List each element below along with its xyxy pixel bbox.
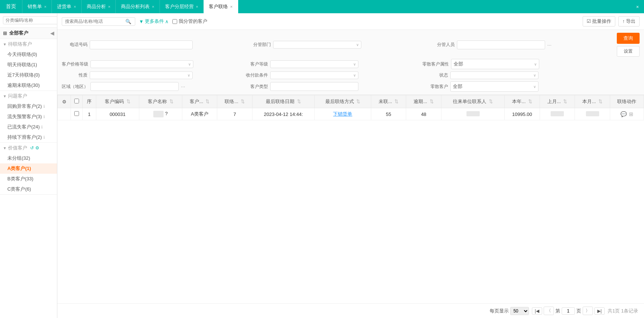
th-contact[interactable]: 联络... ⇅ bbox=[217, 95, 253, 108]
close-tab-analysis-list[interactable]: × bbox=[152, 4, 154, 9]
customer-type-input[interactable] bbox=[270, 82, 358, 91]
sidebar-group-value[interactable]: ▼ 价值客户 ↺ ⚙ bbox=[0, 143, 57, 153]
sidebar-item-repurchase-abnormal[interactable]: 回购异常客户(2) ℹ bbox=[0, 101, 57, 112]
filter-cell-price-level: 客户价格等级 ∨ bbox=[62, 60, 242, 68]
sidebar-item-class-a[interactable]: A类客户(1) bbox=[0, 163, 57, 174]
close-tab-analysis[interactable]: × bbox=[108, 4, 110, 9]
next-page-btn[interactable]: 〉 bbox=[583, 307, 593, 315]
my-customers-checkbox-label: 我分管的客户 bbox=[172, 18, 207, 25]
sidebar-item-week-pending[interactable]: 近7天待联络(0) bbox=[0, 70, 57, 80]
sidebar-item-today-pending[interactable]: 今天待联络(0) bbox=[0, 49, 57, 60]
page-input[interactable] bbox=[562, 307, 575, 315]
page-size-select[interactable]: 50 100 200 bbox=[510, 307, 529, 315]
th-index: 序 bbox=[83, 95, 96, 108]
prev-page-btn[interactable]: 〈 bbox=[544, 307, 554, 315]
sidebar-item-churn-warning[interactable]: 流失预警客户(3) ℹ bbox=[0, 112, 57, 122]
sidebar-item-churned[interactable]: 已流失客户(24) ℹ bbox=[0, 122, 57, 132]
price-level-select[interactable]: ∨ bbox=[90, 60, 193, 68]
dept-select[interactable]: ∨ bbox=[273, 41, 361, 49]
nav-tab-customer-contact[interactable]: 客户联络 × bbox=[204, 0, 238, 13]
th-this-year[interactable]: 本年... ⇅ bbox=[505, 95, 540, 108]
th-uncontacted[interactable]: 未联... ⇅ bbox=[371, 95, 406, 108]
nav-tab-analysis-list[interactable]: 商品分析列表 × bbox=[116, 0, 160, 13]
retail-attr-select[interactable]: 全部 ∨ bbox=[451, 59, 539, 69]
settings-button[interactable]: 设置 bbox=[617, 46, 640, 57]
th-code[interactable]: 客户编码 ⇅ bbox=[96, 95, 139, 108]
region-dots-btn[interactable]: ··· bbox=[181, 84, 185, 89]
settings-icon[interactable]: ⚙ bbox=[35, 145, 39, 151]
sidebar-item-tomorrow-pending[interactable]: 明天待联络(1) bbox=[0, 60, 57, 70]
filter-row-3: 性质 ∨ 收付款条件 ∨ 状态 bbox=[62, 71, 640, 79]
query-button[interactable]: 查询 bbox=[617, 33, 640, 44]
th-last-method[interactable]: 最后联络方式 ⇅ bbox=[314, 95, 371, 108]
close-all-tabs[interactable]: × bbox=[631, 4, 644, 10]
row-checkbox[interactable] bbox=[74, 111, 79, 116]
more-filters-btn[interactable]: ▼ 更多条件 ∧ bbox=[139, 18, 169, 25]
close-tab-sales[interactable]: × bbox=[44, 4, 46, 9]
table-area: ⚙ 序 客户编码 ⇅ 客户名称 ⇅ bbox=[57, 95, 644, 303]
close-tab-customer-contact[interactable]: × bbox=[230, 4, 232, 9]
manager-dots-btn[interactable]: ··· bbox=[547, 42, 552, 48]
first-page-btn[interactable]: |◀ bbox=[532, 307, 542, 315]
filter-cell-customer-level: 客户等级 ∨ bbox=[242, 60, 423, 68]
sidebar-group-problem[interactable]: ▼ 问题客户 bbox=[0, 91, 57, 101]
th-actions: 联络动作 bbox=[610, 95, 644, 108]
sidebar-group-pending[interactable]: ▼ 待联络客户 bbox=[0, 39, 57, 49]
sort-icon-this-month: ⇅ bbox=[598, 99, 602, 104]
sidebar-search-input[interactable] bbox=[3, 16, 57, 24]
sidebar-item-overdue[interactable]: 逾期未联络(30) bbox=[0, 80, 57, 91]
my-customers-checkbox[interactable] bbox=[172, 19, 177, 24]
sidebar-section-problem: ▼ 问题客户 回购异常客户(2) ℹ 流失预警客户(3) ℹ 已流失客户(24)… bbox=[0, 91, 57, 143]
sidebar-item-ungraded[interactable]: 未分组(32) bbox=[0, 153, 57, 163]
last-method-link[interactable]: 下销货单 bbox=[333, 111, 352, 117]
customer-level-select[interactable]: ∨ bbox=[270, 60, 358, 68]
region-input[interactable] bbox=[90, 82, 179, 91]
manager-input[interactable] bbox=[457, 40, 545, 49]
batch-ops-btn[interactable]: ☑ 批量操作 bbox=[583, 16, 615, 26]
status-select[interactable]: ∨ bbox=[450, 71, 539, 79]
info-icon-churn: ℹ bbox=[43, 114, 45, 119]
export-btn[interactable]: ↑ 导出 bbox=[618, 16, 640, 26]
filter-cell-payment: 收付款条件 ∨ bbox=[242, 71, 423, 79]
phone-input[interactable] bbox=[90, 40, 193, 49]
nav-tab-analysis[interactable]: 商品分析 × bbox=[82, 0, 116, 13]
payment-select[interactable]: ∨ bbox=[270, 71, 358, 79]
filter-cell-customer-type: 客户类型 bbox=[242, 82, 423, 91]
nav-home[interactable]: 首页 bbox=[0, 0, 22, 13]
nav-tab-sales[interactable]: 销售单 × bbox=[22, 0, 52, 13]
retail-attr-arrow: ∨ bbox=[534, 62, 537, 66]
th-this-month[interactable]: 本月... ⇅ bbox=[575, 95, 610, 108]
refresh-icon[interactable]: ↺ bbox=[30, 145, 34, 151]
pagination: 每页显示 50 100 200 |◀ 〈 第 页 〉 ▶| 共1页 1条记录 bbox=[57, 303, 644, 318]
th-overdue[interactable]: 逾期... ⇅ bbox=[406, 95, 441, 108]
select-all-checkbox[interactable] bbox=[74, 99, 79, 103]
th-contacts[interactable]: 往来单位联系人 ⇅ bbox=[441, 95, 504, 108]
nav-tab-purchase[interactable]: 进货单 × bbox=[52, 0, 81, 13]
retail-customer-label: 零散客户 bbox=[422, 84, 448, 90]
nature-select[interactable]: ∨ bbox=[90, 71, 193, 79]
th-type[interactable]: 客户... ⇅ bbox=[182, 95, 217, 108]
th-last-month[interactable]: 上月... ⇅ bbox=[540, 95, 575, 108]
th-gear[interactable]: ⚙ bbox=[58, 95, 71, 108]
grid-icon: ⊞ bbox=[3, 31, 7, 36]
sort-icon-contact: ⇅ bbox=[241, 99, 245, 104]
close-tab-purchase[interactable]: × bbox=[74, 4, 76, 9]
close-tab-customer-ops[interactable]: × bbox=[196, 4, 198, 9]
table-header-row: ⚙ 序 客户编码 ⇅ 客户名称 ⇅ bbox=[58, 95, 644, 108]
td-actions: 💬 ⊞ bbox=[610, 108, 644, 120]
th-last-date[interactable]: 最后联络日期 ⇅ bbox=[253, 95, 315, 108]
share-icon[interactable]: ⊞ bbox=[629, 111, 633, 117]
sidebar-item-class-b[interactable]: B类客户(33) bbox=[0, 174, 57, 184]
sidebar-collapse-btn[interactable]: ◀ bbox=[50, 31, 54, 36]
search-icon[interactable]: 🔍 bbox=[125, 19, 131, 24]
sidebar-item-class-c[interactable]: C类客户(6) bbox=[0, 184, 57, 194]
contacts-placeholder bbox=[466, 111, 480, 116]
message-icon[interactable]: 💬 bbox=[620, 111, 627, 117]
nav-tab-customer-ops[interactable]: 客户分层经营 × bbox=[160, 0, 204, 13]
retail-customer-select[interactable]: 全部 ∨ bbox=[450, 81, 539, 92]
search-input[interactable] bbox=[65, 19, 124, 24]
sidebar-item-declining[interactable]: 持续下滑客户(2) ℹ bbox=[0, 132, 57, 142]
dept-label: 分管部门 bbox=[245, 42, 271, 48]
th-name[interactable]: 客户名称 ⇅ bbox=[139, 95, 182, 108]
last-page-btn[interactable]: ▶| bbox=[594, 307, 605, 315]
